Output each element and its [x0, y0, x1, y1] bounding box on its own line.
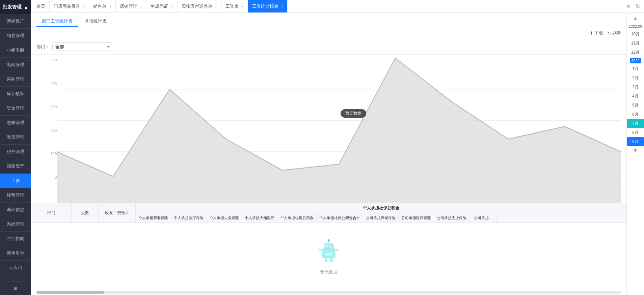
sidebar-item-cloud[interactable]: 云应用 [0, 261, 31, 275]
refresh-tabs-button[interactable]: ↻ [634, 3, 641, 9]
sidebar-item-sales[interactable]: 销售管理 [0, 29, 31, 43]
sidebar-item-basic-info[interactable]: 基础信息 [0, 203, 31, 217]
refresh-icon: ↻ [607, 31, 611, 36]
date-nav-down[interactable]: ▼ [632, 146, 640, 155]
date-month-mar[interactable]: 3月 [627, 83, 644, 92]
tab-store-catalog[interactable]: 门店商品目录 × [50, 0, 89, 13]
date-year-2022[interactable]: 2022.09 [628, 23, 643, 30]
date-month-jul[interactable]: 7月 [627, 119, 644, 128]
page-content: 部门工资统计表 月份统计表 ⬇ 下载 ↻ 刷新 部门： [31, 13, 626, 295]
close-all-tabs-button[interactable]: ✕ [624, 3, 632, 10]
svg-rect-19 [325, 253, 332, 256]
date-month-dec[interactable]: 12月 [627, 48, 644, 57]
tab-payroll[interactable]: 工资表 × [221, 0, 248, 13]
date-month-may[interactable]: 5月 [627, 101, 644, 110]
date-month-aug[interactable]: 8月 [627, 128, 644, 137]
svg-point-14 [328, 239, 330, 241]
chart-svg [57, 58, 621, 203]
refresh-button[interactable]: ↻ 刷新 [607, 30, 621, 36]
sidebar-item-system[interactable]: 系统管理 [0, 217, 31, 232]
date-nav-up[interactable]: ▲ [632, 14, 640, 23]
svg-rect-17 [325, 258, 327, 262]
sidebar-item-guide[interactable]: 新手引导 [0, 246, 31, 261]
sidebar-item-purchase[interactable]: 采购管理 [0, 72, 31, 87]
sidebar-toggle-icon: ▲ [24, 4, 28, 10]
tab-voucher[interactable]: 生成凭证 × [146, 0, 177, 13]
date-month-oct[interactable]: 10月 [627, 30, 644, 39]
tab-close-payroll-report[interactable]: × [281, 4, 283, 8]
svg-point-11 [326, 245, 327, 246]
chart-container: 0 100 200 300 400 500 [36, 58, 621, 193]
tab-store-manage[interactable]: 店铺管理 × [116, 0, 146, 13]
th-total-salary: 应发工资合计 [99, 203, 136, 223]
th-total-personal: 个人承担社保公积金合计 [317, 213, 363, 223]
sidebar-item-operations[interactable]: 经营管理 [0, 188, 31, 203]
table-header: 部门 人数 应发工资合计 个人承担社保公积金 个人承 [31, 203, 626, 223]
svg-marker-6 [57, 58, 621, 203]
date-year-badge-2022[interactable]: 2022 [630, 58, 641, 63]
tab-sales-order[interactable]: 销售单 × [89, 0, 115, 13]
tab-close-sales-order[interactable]: × [109, 4, 111, 8]
sidebar-item-collab[interactable]: 企业协同 [0, 232, 31, 246]
date-month-jun[interactable]: 6月 [627, 110, 644, 119]
date-month-jan[interactable]: 1月 [627, 64, 644, 73]
th-dept: 部门 [31, 203, 72, 223]
sidebar-header[interactable]: 批发管理 ▲ [0, 0, 31, 14]
tab-home[interactable]: 首页 [32, 0, 50, 13]
download-icon: ⬇ [589, 31, 593, 36]
y-label-0: 0 [47, 175, 57, 179]
right-date-panel: ▲ 2022.09 10月 11月 12月 2022 1月 2月 3月 4月 [626, 13, 644, 295]
sidebar-item-payroll[interactable]: 工资 [0, 174, 31, 188]
dept-select[interactable]: 全部 [52, 42, 113, 51]
th-unemployment: 个人承担失业保险 [207, 213, 242, 223]
sidebar-item-assets[interactable]: 固定资产 [0, 159, 31, 174]
y-label-300: 300 [47, 105, 57, 109]
tab-close-store-manage[interactable]: × [140, 4, 142, 8]
date-month-feb[interactable]: 2月 [627, 73, 644, 83]
tab-bar: 首页 门店商品目录 × 销售单 × 店铺管理 × 生成凭证 × 应收应付调整单 … [31, 0, 644, 13]
sidebar-settings[interactable]: ⚙ [0, 282, 31, 295]
tab-payroll-report[interactable]: 工资统计报表 × [248, 0, 288, 13]
th-group-personal: 个人承担社保公积金 个人承担养老保险 个人承担医疗保险 个人承担失业保险 [136, 203, 626, 223]
sidebar-item-ecommerce-small[interactable]: 小畅电商 [0, 43, 31, 58]
sidebar-item-marketing[interactable]: 营销推广 [0, 14, 31, 29]
sidebar: 批发管理 ▲ 营销推广 销售管理 小畅电商 电商管理 采购管理 库存核算 资金管… [0, 0, 31, 295]
chart-y-axis: 0 100 200 300 400 500 [47, 58, 57, 179]
sidebar-item-ledger[interactable]: 总账管理 [0, 116, 31, 130]
table-scrollbar[interactable] [36, 291, 621, 294]
th-housing-fund: 个人承担住房公积金 [277, 213, 317, 223]
date-month-sep[interactable]: 9月 [627, 137, 644, 146]
content-area: 部门工资统计表 月份统计表 ⬇ 下载 ↻ 刷新 部门： [31, 13, 644, 295]
filter-bar: 部门： 全部 [31, 39, 626, 55]
sidebar-item-inventory[interactable]: 库存核算 [0, 87, 31, 101]
sub-tab-monthly[interactable]: 月份统计表 [79, 16, 112, 27]
table-scrollbar-thumb[interactable] [36, 291, 104, 294]
table-wrapper: 部门 人数 应发工资合计 个人承担社保公积金 个人承 [31, 203, 626, 295]
svg-rect-16 [336, 249, 339, 251]
sidebar-item-finance[interactable]: 资金管理 [0, 101, 31, 116]
y-label-500: 500 [47, 58, 57, 62]
download-button[interactable]: ⬇ 下载 [589, 30, 603, 36]
sidebar-item-ecommerce[interactable]: 电商管理 [0, 58, 31, 72]
no-data-text: 暂无数据 [320, 269, 338, 275]
th-major-medical: 个人承担大额医疗 [242, 213, 277, 223]
sidebar-item-tax[interactable]: 税务管理 [0, 145, 31, 159]
sub-tab-dept[interactable]: 部门工资统计表 [36, 16, 78, 27]
th-company-medical: 公司承担医疗保险 [399, 213, 434, 223]
dept-label: 部门： [36, 44, 50, 50]
tab-close-ar-ap[interactable]: × [215, 4, 217, 8]
tab-close-voucher[interactable]: × [171, 4, 173, 8]
th-medical: 个人承担医疗保险 [171, 213, 207, 223]
toolbar: ⬇ 下载 ↻ 刷新 [31, 27, 626, 39]
tab-ar-ap[interactable]: 应收应付调整单 × [178, 0, 221, 13]
date-month-nov[interactable]: 11月 [627, 39, 644, 48]
no-data-robot-icon [315, 238, 342, 265]
tab-close-payroll[interactable]: × [241, 4, 243, 8]
date-month-apr[interactable]: 4月 [627, 92, 644, 101]
tab-close-store-catalog[interactable]: × [83, 4, 85, 8]
sidebar-title: 批发管理 [3, 4, 22, 10]
th-headcount: 人数 [72, 203, 99, 223]
y-label-200: 200 [47, 128, 57, 132]
sidebar-item-invoice[interactable]: 发票管理 [0, 130, 31, 145]
main-area: 首页 门店商品目录 × 销售单 × 店铺管理 × 生成凭证 × 应收应付调整单 … [31, 0, 644, 295]
